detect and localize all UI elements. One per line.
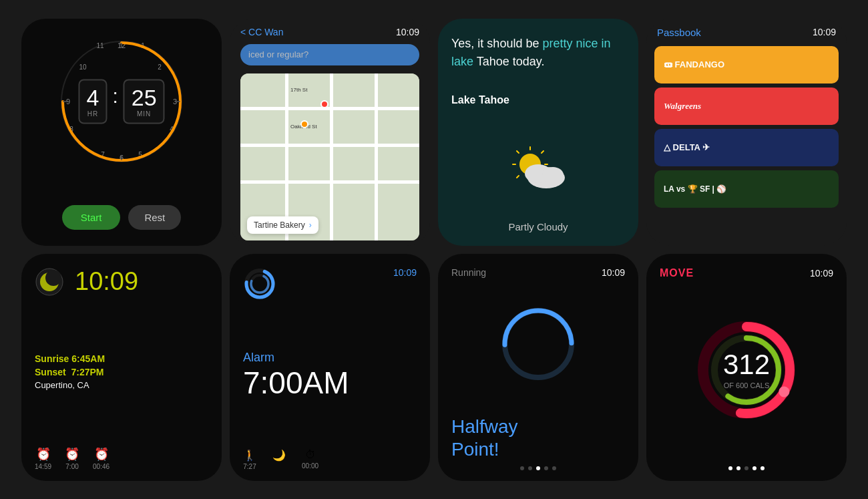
clock-top: 10:09: [35, 267, 208, 297]
card-timer: 12 3 6 9 2 4 5 7 8 10 11 1: [21, 19, 222, 246]
activity-top: MOVE 10:09: [660, 267, 833, 279]
delta-logo: △ DELTA ✈: [664, 142, 829, 152]
alarm-bottom: 🚶 7:27 🌙 ⠀ ⏱ 00:00: [243, 449, 417, 470]
card-clock: 10:09 Sunrise 6:45AM Sunset 7:27PM Cuper…: [21, 254, 222, 481]
alarm-item1: 🚶 7:27: [243, 449, 256, 470]
dot-4: [544, 466, 548, 470]
moon-icon: [35, 267, 64, 297]
alarm-item3-time: 00:00: [302, 462, 318, 470]
rest-button[interactable]: Rest: [128, 205, 181, 230]
clock-location: Cupertino, CA: [35, 380, 208, 390]
alarm-top: 10:09: [243, 267, 417, 301]
svg-text:11: 11: [96, 42, 104, 49]
sun-info: Sunrise 6:45AM Sunset 7:27PM Cupertino, …: [35, 353, 208, 390]
svg-line-22: [517, 176, 519, 178]
dot-2: [528, 466, 532, 470]
alarm3-time: 00:46: [93, 463, 110, 470]
timer-minutes-box: 25 MIN: [124, 79, 165, 124]
passbook-delta[interactable]: △ DELTA ✈: [654, 129, 839, 166]
activity-rings-icon: [243, 267, 276, 301]
main-grid: 12 3 6 9 2 4 5 7 8 10 11 1: [8, 5, 860, 494]
alarm-stopwatch-icon: ⏱: [302, 449, 318, 461]
card-messages: < CC Wan 10:09 iced or regular? 17th St …: [230, 19, 430, 246]
timer-hr-label: HR: [86, 110, 99, 117]
svg-text:10: 10: [79, 63, 87, 71]
card-running: Running 10:09 Halfway Point!: [438, 254, 638, 481]
svg-text:2: 2: [158, 63, 162, 71]
alarm2-icon: ⏰: [65, 447, 79, 462]
alarm2-time: 7:00: [65, 463, 79, 470]
messages-back[interactable]: < CC Wan: [240, 27, 283, 37]
start-button[interactable]: Start: [62, 205, 121, 230]
alarm-item2-time: ⠀: [272, 463, 286, 470]
passbook-fandango[interactable]: 🎟 FANDANGO: [654, 46, 839, 84]
weather-location: Lake Tahoe: [451, 94, 625, 106]
svg-line-19: [541, 151, 544, 153]
running-label: Running: [451, 267, 486, 278]
sunset-row: Sunset 7:27PM: [35, 367, 208, 377]
timer-minutes: 25: [132, 86, 157, 108]
clock-alarm3: ⏰ 00:46: [93, 447, 110, 470]
timer-hours-box: 4 HR: [78, 79, 107, 124]
alarm1-time: 14:59: [35, 463, 51, 470]
calories-display: 312 OF 600 CALS: [723, 351, 770, 389]
activity-time: 10:09: [810, 268, 833, 279]
passbook-title: Passbook: [657, 27, 701, 38]
timer-colon: :: [112, 85, 118, 108]
card-alarm: 10:09 Alarm 7:00AM 🚶 7:27 🌙 ⠀ ⏱ 00:00: [230, 254, 430, 481]
clock-alarm1: ⏰ 14:59: [35, 447, 51, 470]
messages-header: < CC Wan 10:09: [230, 19, 430, 41]
timer-display: 4 HR : 25 MIN: [78, 79, 164, 124]
alarm-label: Alarm: [243, 351, 417, 365]
passbook-header: Passbook 10:09: [646, 19, 847, 43]
timer-dial: 12 3 6 9 2 4 5 7 8 10 11 1: [55, 35, 188, 168]
act-dot-5: [761, 466, 765, 470]
dot-1: [520, 466, 524, 470]
clock-bottom: ⏰ 14:59 ⏰ 7:00 ⏰ 00:46: [35, 447, 208, 470]
fandango-logo: 🎟 FANDANGO: [664, 59, 829, 69]
running-top: Running 10:09: [451, 267, 625, 278]
running-progress-ring: [498, 304, 578, 384]
running-dots: [451, 466, 625, 470]
svg-line-24: [517, 151, 519, 153]
map-container[interactable]: 17th St Oakland St Tartine Bakery: [240, 73, 419, 240]
passbook-cards: 🎟 FANDANGO Walgreens △ DELTA ✈ LA vs 🏆 S…: [646, 43, 847, 246]
act-dot-4: [752, 466, 756, 470]
calories-number: 312: [723, 351, 770, 379]
passbook-walgreens[interactable]: Walgreens: [654, 88, 839, 125]
passbook-mlb[interactable]: LA vs 🏆 SF | ⚾: [654, 170, 839, 208]
messages-time: 10:09: [396, 27, 419, 37]
weather-message: Yes, it should be pretty nice in lake Ta…: [451, 35, 625, 71]
clock-alarm2: ⏰ 7:00: [65, 447, 79, 470]
alarm1-icon: ⏰: [35, 447, 51, 462]
running-time: 10:09: [602, 267, 625, 278]
calories-label: OF 600 CALS: [723, 381, 770, 389]
mlb-logo: LA vs 🏆 SF | ⚾: [664, 184, 829, 194]
activity-dots: [660, 466, 833, 470]
alarm-item1-time: 7:27: [243, 463, 256, 470]
sunrise-row: Sunrise 6:45AM: [35, 353, 208, 364]
timer-buttons: Start Rest: [32, 205, 211, 230]
svg-point-30: [45, 270, 61, 286]
alarm-time-display: 10:09: [393, 267, 417, 278]
alarm-person-icon: 🚶: [243, 449, 256, 462]
card-passbook: Passbook 10:09 🎟 FANDANGO Walgreens △ DE…: [646, 19, 847, 246]
dot-5: [552, 466, 556, 470]
alarm-item3: ⏱ 00:00: [302, 449, 318, 470]
card-activity: MOVE 10:09 312 OF 600 CALS: [646, 254, 847, 481]
passbook-time: 10:09: [813, 27, 836, 37]
map-callout[interactable]: Tartine Bakery: [247, 216, 318, 234]
move-label: MOVE: [660, 267, 694, 279]
running-progress: [451, 283, 625, 405]
alarm-time-large: 7:00AM: [243, 367, 417, 398]
weather-icon: [505, 146, 572, 192]
alarm-moon-icon: 🌙: [272, 449, 286, 462]
act-dot-3: [744, 466, 748, 470]
act-dot-1: [728, 466, 732, 470]
act-dot-2: [736, 466, 740, 470]
weather-condition: Partly Cloudy: [451, 221, 625, 232]
alarm3-icon: ⏰: [93, 447, 110, 462]
map-background: 17th St Oakland St Tartine Bakery: [240, 73, 419, 240]
svg-point-27: [542, 167, 564, 183]
weather-icon-area: [451, 146, 625, 192]
